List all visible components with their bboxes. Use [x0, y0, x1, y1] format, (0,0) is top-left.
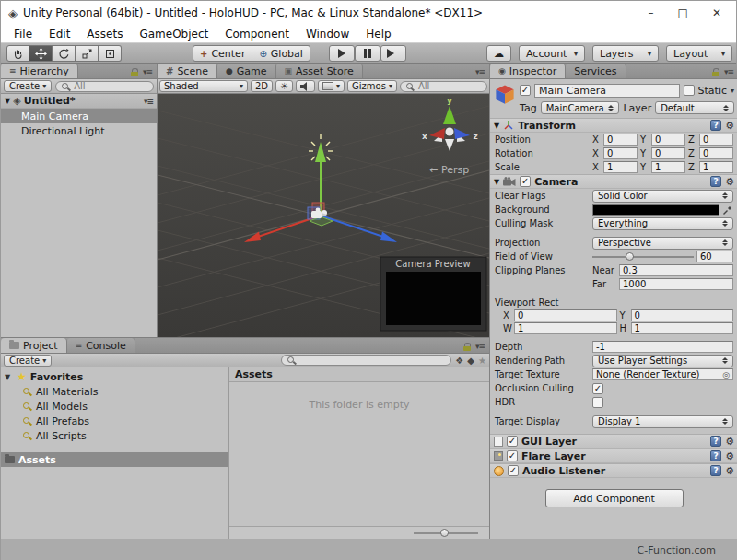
scene-row-menu-icon[interactable]: ▾≡ — [144, 97, 153, 106]
tab-console[interactable]: ≡ Console — [67, 338, 135, 353]
hdr-checkbox[interactable] — [592, 397, 603, 408]
depth-field[interactable]: -1 — [592, 341, 733, 353]
hierarchy-item-main-camera[interactable]: Main Camera — [1, 109, 157, 123]
scale-x-field[interactable]: 1 — [603, 161, 638, 173]
help-icon[interactable]: ? — [710, 465, 721, 476]
target-display-dropdown[interactable]: Display 1 — [592, 415, 733, 428]
slider-thumb[interactable] — [440, 529, 449, 537]
menu-edit[interactable]: Edit — [41, 26, 77, 42]
layer-dropdown[interactable]: Default — [655, 101, 734, 114]
menu-gameobject[interactable]: GameObject — [132, 26, 216, 42]
step-button[interactable] — [380, 45, 406, 62]
scale-tool-button[interactable] — [76, 45, 99, 62]
tab-asset-store[interactable]: ▣ Asset Store — [276, 64, 363, 78]
viewport-y-field[interactable]: 0 — [631, 309, 734, 321]
add-component-button[interactable]: Add Component — [545, 489, 684, 508]
rect-tool-button[interactable] — [99, 45, 122, 62]
search-by-label-icon[interactable]: ◆ — [467, 356, 474, 366]
lock-icon[interactable] — [131, 68, 138, 76]
expander-icon[interactable]: ▼ — [5, 97, 10, 105]
active-checkbox[interactable]: ✓ — [520, 85, 531, 96]
gear-icon[interactable]: ⚙ — [725, 176, 734, 188]
persp-label[interactable]: Persp — [441, 164, 469, 176]
gizmos-dropdown[interactable]: Gizmos▾ — [347, 80, 397, 92]
fov-slider[interactable] — [592, 251, 694, 262]
panel-menu-icon[interactable]: ▾≡ — [724, 67, 733, 76]
pause-button[interactable] — [355, 45, 380, 62]
audio-listener-checkbox[interactable]: ✓ — [508, 465, 519, 476]
effects-dropdown[interactable]: ▾ — [318, 80, 345, 92]
rendering-path-dropdown[interactable]: Use Player Settings — [592, 355, 733, 368]
menu-file[interactable]: File — [6, 26, 40, 42]
hierarchy-create-button[interactable]: Create▾ — [4, 80, 52, 92]
favorites-filter-icon[interactable]: ★ — [478, 356, 486, 366]
layers-dropdown[interactable]: Layers▾ — [592, 45, 659, 62]
favorites-row[interactable]: ▼ ★ Favorites — [1, 369, 228, 384]
assets-folder-row[interactable]: Assets — [1, 452, 228, 467]
expander-icon[interactable]: ▼ — [494, 122, 499, 130]
scene-viewport[interactable]: y x z ← Persp Camera Preview — [158, 94, 489, 337]
expander-icon[interactable]: ▼ — [494, 178, 499, 186]
camera-enabled-checkbox[interactable]: ✓ — [520, 176, 531, 187]
panel-menu-icon[interactable]: ▾≡ — [475, 67, 485, 76]
menu-help[interactable]: Help — [358, 26, 398, 42]
help-icon[interactable]: ? — [710, 436, 721, 447]
transform-header[interactable]: ▼ Transform ? ⚙ — [490, 118, 737, 133]
gui-layer-header[interactable]: ✓ GUI Layer ?⚙ — [490, 434, 737, 449]
rotate-tool-button[interactable] — [53, 45, 76, 62]
rotation-y-field[interactable]: 0 — [651, 147, 685, 159]
breadcrumb[interactable]: Assets — [229, 368, 489, 382]
favorites-all-prefabs[interactable]: All Prefabs — [1, 414, 228, 428]
culling-mask-dropdown[interactable]: Everything — [592, 217, 733, 230]
project-create-button[interactable]: Create▾ — [4, 355, 52, 367]
static-checkbox[interactable] — [684, 85, 695, 96]
eyedropper-icon[interactable] — [722, 204, 733, 216]
2d-toggle-button[interactable]: 2D — [251, 80, 273, 92]
tab-scene[interactable]: # Scene — [158, 64, 217, 78]
position-y-field[interactable]: 0 — [651, 134, 685, 146]
gui-layer-checkbox[interactable]: ✓ — [507, 436, 518, 447]
shading-mode-dropdown[interactable]: Shaded▾ — [159, 80, 248, 92]
fov-field[interactable]: 60 — [696, 251, 733, 262]
help-icon[interactable]: ? — [710, 176, 721, 187]
hierarchy-search-input[interactable]: All — [55, 81, 154, 92]
help-icon[interactable]: ? — [710, 120, 721, 131]
gear-icon[interactable]: ⚙ — [725, 465, 734, 477]
hand-tool-button[interactable] — [6, 45, 29, 62]
scale-z-field[interactable]: 1 — [699, 161, 733, 173]
space-global-button[interactable]: ⊕ Global — [252, 45, 310, 62]
scale-y-field[interactable]: 1 — [651, 161, 685, 173]
expander-icon[interactable]: ▼ — [5, 373, 13, 381]
tab-inspector[interactable]: ◉ Inspector — [490, 64, 566, 78]
tab-project[interactable]: Project — [1, 338, 67, 353]
projection-dropdown[interactable]: Perspective — [592, 237, 733, 250]
viewport-x-field[interactable]: 0 — [514, 309, 617, 321]
persp-arrow-icon[interactable]: ← — [429, 164, 438, 176]
gear-icon[interactable]: ⚙ — [725, 120, 734, 132]
lighting-toggle-button[interactable]: ☀ — [275, 80, 293, 92]
search-by-type-icon[interactable]: ❖ — [455, 356, 463, 366]
project-search-input[interactable] — [281, 355, 451, 366]
play-button[interactable] — [329, 45, 355, 62]
viewport-w-field[interactable]: 1 — [514, 322, 617, 334]
menu-assets[interactable]: Assets — [79, 26, 130, 42]
favorites-all-models[interactable]: All Models — [1, 399, 228, 414]
rotation-x-field[interactable]: 0 — [603, 147, 638, 159]
fov-slider-thumb[interactable] — [626, 252, 634, 261]
background-color-swatch[interactable] — [592, 204, 719, 216]
flare-layer-checkbox[interactable]: ✓ — [507, 450, 518, 461]
viewport-h-field[interactable]: 1 — [631, 322, 734, 334]
audio-toggle-button[interactable] — [296, 80, 315, 92]
lock-icon[interactable] — [463, 343, 471, 351]
favorites-all-materials[interactable]: All Materials — [1, 384, 228, 399]
gear-icon[interactable]: ⚙ — [725, 436, 734, 448]
object-picker-icon[interactable]: ◎ — [722, 370, 730, 379]
rotation-z-field[interactable]: 0 — [699, 147, 733, 159]
clear-flags-dropdown[interactable]: Solid Color — [592, 190, 733, 203]
occlusion-culling-checkbox[interactable]: ✓ — [592, 383, 603, 394]
panel-menu-icon[interactable]: ▾≡ — [143, 67, 152, 76]
clipping-near-field[interactable]: 0.3 — [619, 264, 733, 276]
tab-services[interactable]: Services — [566, 64, 626, 78]
static-dropdown-icon[interactable]: ▾ — [731, 87, 734, 95]
menu-component[interactable]: Component — [217, 26, 297, 42]
